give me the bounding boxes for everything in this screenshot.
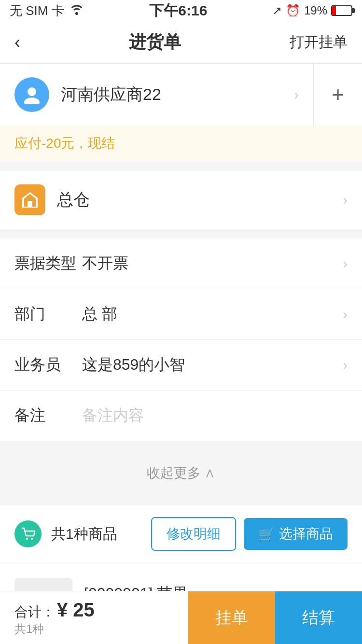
svg-rect-2: [28, 201, 32, 207]
status-right: ↗ ⏰ 19%: [272, 4, 352, 17]
status-time: 下午6:16: [149, 1, 207, 21]
total-amount: ¥ 25: [57, 599, 95, 621]
products-header: 共1种商品 修改明细 🛒 选择商品: [0, 505, 362, 562]
warehouse-name: 总仓: [57, 189, 338, 211]
wifi-icon: [69, 3, 84, 18]
department-value: 总 部: [82, 304, 338, 325]
invoice-type-chevron-icon: ›: [343, 255, 348, 272]
warehouse-icon: [14, 184, 45, 215]
battery-percent: 19%: [304, 4, 327, 17]
select-product-label: 选择商品: [279, 525, 333, 543]
select-product-icon: 🛒: [258, 526, 275, 542]
products-icon: [14, 520, 42, 547]
warehouse-chevron-icon: ›: [343, 192, 348, 208]
remark-row[interactable]: 备注 备注内容: [0, 391, 362, 441]
notice-bar: 应付-20元，现结: [0, 126, 362, 161]
invoice-type-value: 不开票: [82, 253, 338, 274]
total-label: 合计：: [14, 603, 55, 621]
checkout-button[interactable]: 结算: [275, 591, 362, 644]
select-product-button[interactable]: 🛒 选择商品: [244, 518, 348, 550]
svg-point-0: [28, 87, 36, 96]
svg-point-4: [31, 538, 33, 540]
department-chevron-icon: ›: [343, 306, 348, 322]
svg-point-3: [26, 538, 28, 540]
bottom-bar: 合计： ¥ 25 共1种 挂单 结算: [0, 591, 362, 644]
battery-icon: [331, 5, 352, 16]
add-button[interactable]: +: [314, 64, 362, 126]
salesperson-row[interactable]: 业务员 这是859的小智 ›: [0, 340, 362, 391]
invoice-type-row[interactable]: 票据类型 不开票 ›: [0, 238, 362, 289]
supplier-row[interactable]: 河南供应商22 ›: [0, 64, 314, 126]
main-content: 河南供应商22 › + 应付-20元，现结 总仓 › 票据类型 不开票 › 部门…: [0, 64, 362, 644]
collapse-bar[interactable]: 收起更多 ∧: [0, 450, 362, 496]
supplier-chevron-icon: ›: [294, 86, 299, 103]
products-count: 共1种商品: [51, 524, 151, 544]
department-row[interactable]: 部门 总 部 ›: [0, 289, 362, 340]
collapse-label: 收起更多 ∧: [147, 465, 216, 480]
form-section: 票据类型 不开票 › 部门 总 部 › 业务员 这是859的小智 › 备注 备注…: [0, 238, 362, 441]
supplier-section: 河南供应商22 › +: [0, 64, 362, 126]
hang-button[interactable]: 挂单: [188, 591, 275, 644]
total-count: 共1种: [14, 621, 174, 637]
nav-bar: ‹ 进货单 打开挂单: [0, 21, 362, 64]
warehouse-row[interactable]: 总仓 ›: [0, 171, 362, 229]
department-label: 部门: [14, 304, 82, 325]
open-hang-button[interactable]: 打开挂单: [290, 32, 348, 52]
remark-placeholder: 备注内容: [82, 405, 348, 426]
supplier-avatar: [14, 77, 49, 112]
carrier-label: 无 SIM 卡: [10, 2, 64, 19]
salesperson-label: 业务员: [14, 354, 82, 376]
status-bar: 无 SIM 卡 下午6:16 ↗ ⏰ 19%: [0, 0, 362, 21]
total-section: 合计： ¥ 25 共1种: [0, 591, 188, 644]
remark-label: 备注: [14, 405, 82, 426]
svg-point-1: [24, 98, 40, 104]
back-button[interactable]: ‹: [14, 32, 20, 53]
salesperson-value: 这是859的小智: [82, 354, 338, 376]
page-title: 进货单: [129, 30, 181, 54]
status-left: 无 SIM 卡: [10, 2, 84, 19]
invoice-type-label: 票据类型: [14, 253, 82, 274]
alarm-icon: ⏰: [286, 4, 300, 17]
location-icon: ↗: [272, 4, 282, 17]
notice-text: 应付-20元，现结: [14, 136, 115, 151]
salesperson-chevron-icon: ›: [343, 357, 348, 373]
supplier-name: 河南供应商22: [61, 84, 289, 106]
edit-detail-button[interactable]: 修改明细: [151, 517, 236, 551]
